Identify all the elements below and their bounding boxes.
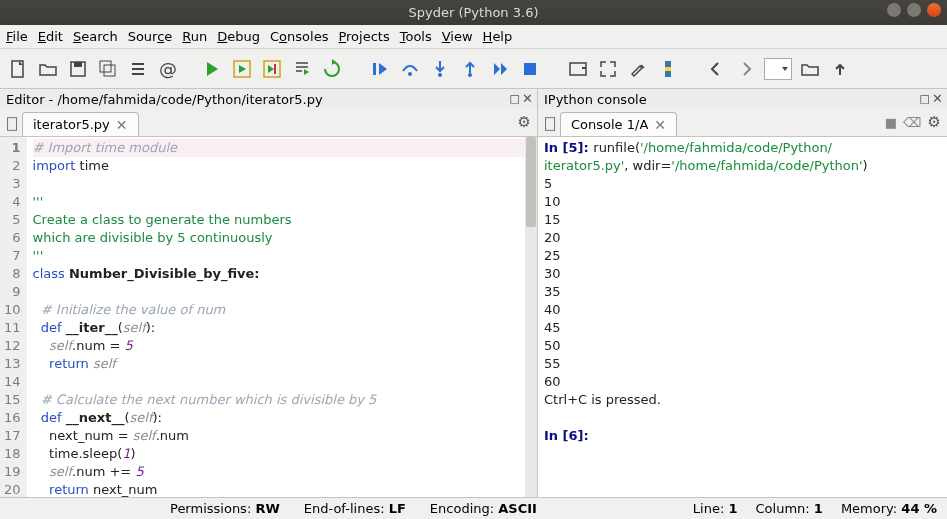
menu-help[interactable]: Help [483,29,513,44]
run-cell-icon[interactable] [230,57,254,81]
svg-rect-11 [524,63,536,75]
code-content[interactable]: # Import time moduleimport time '''Creat… [27,137,537,497]
console-clear-icon[interactable]: ⌫ [903,115,921,130]
scrollbar-thumb[interactable] [526,137,536,227]
menu-bar: File Edit Search Source Run Debug Consol… [0,25,947,49]
svg-point-9 [438,73,442,77]
status-line: Line: 1 [693,501,738,516]
svg-rect-4 [104,65,115,76]
svg-point-10 [468,73,472,77]
continue-icon[interactable] [488,57,512,81]
python-path-icon[interactable] [656,57,680,81]
svg-rect-14 [546,118,555,131]
menu-search[interactable]: Search [73,29,118,44]
maximize-button[interactable] [907,3,921,17]
browse-dir-icon[interactable] [798,57,822,81]
console-switcher-icon[interactable] [542,112,560,136]
editor-tabs: iterator5.py ✕ ⚙ [0,109,537,137]
run-cell-advance-icon[interactable] [260,57,284,81]
editor-pane: Editor - /home/fahmida/code/Python/itera… [0,89,538,497]
menu-tools[interactable]: Tools [400,29,432,44]
close-tab-icon[interactable]: ✕ [654,117,666,133]
menu-projects[interactable]: Projects [338,29,389,44]
status-encoding: Encoding: ASCII [430,501,537,516]
status-permissions: Permissions: RW [170,501,280,516]
editor-scrollbar[interactable] [525,137,537,497]
maximize-pane-icon[interactable] [596,57,620,81]
console-output[interactable]: In [5]: runfile('/home/fahmida/code/Pyth… [538,137,947,497]
window-titlebar: Spyder (Python 3.6) [0,0,947,25]
window-controls [887,3,941,17]
preferences-icon[interactable] [626,57,650,81]
forward-icon[interactable] [734,57,758,81]
dedicated-console-icon[interactable] [566,57,590,81]
list-icon[interactable] [126,57,150,81]
status-column: Column: 1 [756,501,823,516]
close-tab-icon[interactable]: ✕ [116,117,128,133]
menu-file[interactable]: File [6,29,28,44]
svg-rect-3 [100,61,111,72]
line-gutter: 12345678910111213141516171819202122 [0,137,27,497]
pane-undock-icon[interactable]: ◻ [919,91,930,106]
editor-tab-label: iterator5.py [33,117,110,132]
menu-consoles[interactable]: Consoles [270,29,328,44]
run-selection-icon[interactable] [290,57,314,81]
editor-title: Editor - /home/fahmida/code/Python/itera… [6,92,323,107]
main-content: Editor - /home/fahmida/code/Python/itera… [0,89,947,497]
editor-tab[interactable]: iterator5.py ✕ [22,112,139,136]
status-memory: Memory: 44 % [841,501,937,516]
save-icon[interactable] [66,57,90,81]
back-icon[interactable] [704,57,728,81]
new-file-icon[interactable] [6,57,30,81]
menu-debug[interactable]: Debug [217,29,260,44]
open-file-icon[interactable] [36,57,60,81]
step-into-icon[interactable] [428,57,452,81]
working-dir-select[interactable] [764,58,792,80]
main-toolbar: @ [0,49,947,89]
status-eol: End-of-lines: LF [304,501,406,516]
step-over-icon[interactable] [398,57,422,81]
svg-rect-7 [373,63,376,75]
console-options-icon[interactable]: ⚙ [928,113,941,131]
console-tab-label: Console 1/A [571,117,648,132]
debug-play-icon[interactable] [368,57,392,81]
console-tabs: Console 1/A ✕ ■ ⌫ ⚙ [538,109,947,137]
editor-options-icon[interactable]: ⚙ [518,113,531,131]
save-all-icon[interactable] [96,57,120,81]
menu-view[interactable]: View [442,29,473,44]
console-title: IPython console [544,92,647,107]
stop-icon[interactable] [518,57,542,81]
svg-rect-13 [8,118,17,131]
pane-close-icon[interactable]: ✕ [932,91,943,106]
svg-rect-2 [74,62,82,67]
parent-dir-icon[interactable] [828,57,852,81]
console-pane: IPython console ◻✕ Console 1/A ✕ ■ ⌫ ⚙ I… [538,89,947,497]
minimize-button[interactable] [887,3,901,17]
pane-close-icon[interactable]: ✕ [522,91,533,106]
console-tab[interactable]: Console 1/A ✕ [560,112,677,136]
menu-edit[interactable]: Edit [38,29,63,44]
status-bar: Permissions: RW End-of-lines: LF Encodin… [0,497,947,519]
editor-header: Editor - /home/fahmida/code/Python/itera… [0,89,537,109]
close-button[interactable] [927,3,941,17]
console-stop-icon[interactable]: ■ [885,115,897,130]
file-switcher-icon[interactable] [4,112,22,136]
window-title: Spyder (Python 3.6) [409,5,539,20]
pane-undock-icon[interactable]: ◻ [509,91,520,106]
run-icon[interactable] [200,57,224,81]
step-out-icon[interactable] [458,57,482,81]
menu-source[interactable]: Source [128,29,173,44]
code-editor[interactable]: 12345678910111213141516171819202122 # Im… [0,137,537,497]
svg-point-8 [408,72,412,76]
console-header: IPython console ◻✕ [538,89,947,109]
rerun-icon[interactable] [320,57,344,81]
at-icon[interactable]: @ [156,57,180,81]
menu-run[interactable]: Run [182,29,207,44]
